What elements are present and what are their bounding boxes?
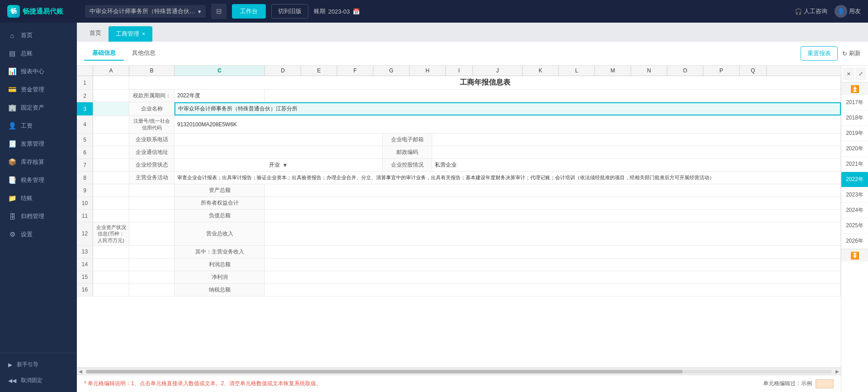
year-item-2024[interactable]: 2024年 [841, 203, 868, 218]
sidebar-item-tax-management[interactable]: 📑 税务管理 [0, 171, 77, 189]
sidebar-item-fixed-assets[interactable]: 🏢 固定资产 [0, 99, 77, 117]
sidebar-item-inventory[interactable]: 📦 库存核算 [0, 153, 77, 171]
cell-2c[interactable]: 2022年度 [175, 90, 265, 102]
year-item-2021[interactable]: 2021年 [841, 157, 868, 172]
cell-10d[interactable] [265, 197, 841, 209]
tab-active[interactable]: 工商管理 × [108, 26, 152, 42]
tab-home[interactable]: 首页 [82, 25, 108, 42]
cell-9b[interactable] [129, 184, 175, 196]
year-scroll-down-double[interactable]: ⏬ [841, 249, 868, 262]
year-item-2023[interactable]: 2023年 [841, 187, 868, 203]
year-scroll-up-double[interactable]: ⏫ [841, 82, 868, 95]
year-item-2017[interactable]: 2017年 [841, 95, 868, 110]
sidebar-item-closing[interactable]: 📁 结账 [0, 189, 77, 207]
cell-2-rest[interactable] [265, 90, 841, 102]
sidebar-item-report-center[interactable]: 📊 报表中心 [0, 62, 77, 81]
sub-tab-other[interactable]: 其他信息 [124, 46, 164, 61]
cell-14d[interactable] [265, 258, 841, 271]
user-menu[interactable]: 👤 用友 [835, 5, 861, 18]
sidebar-item-home[interactable]: ⌂ 首页 [0, 26, 77, 44]
expand-panel-button[interactable]: ⤢ [855, 67, 867, 80]
refresh-button[interactable]: ↻ 刷新 [842, 49, 861, 57]
horizontal-scrollbar[interactable]: ◀ ▶ [77, 368, 841, 375]
cell-14b[interactable] [129, 258, 175, 271]
scroll-right-arrow[interactable]: ▶ [834, 369, 841, 374]
table-row: 4 注册号/统一社会信用代码 91320100MA208E5W6K [77, 116, 841, 134]
sidebar-item-archive[interactable]: 🗄 归档管理 [0, 207, 77, 225]
sidebar-item-general-ledger[interactable]: ▤ 总账 [0, 44, 77, 62]
scroll-track[interactable] [86, 370, 832, 373]
reset-button[interactable]: 重置报表 [801, 46, 838, 61]
workbench-button[interactable]: 工作台 [232, 4, 266, 19]
sidebar-item-unpin[interactable]: ◀◀ 取消固定 [0, 373, 77, 388]
sidebar-item-new-guide[interactable]: ▶ 新手引导 [0, 357, 77, 373]
old-version-button[interactable]: 切到旧版 [271, 4, 308, 19]
cell-3c[interactable]: 中审众环会计师事务所（特殊普通合伙）江苏分所 [175, 102, 841, 115]
cell-15a[interactable] [93, 271, 129, 283]
cell-7a[interactable] [93, 159, 129, 171]
scroll-left-arrow[interactable]: ◀ [77, 369, 84, 374]
cell-9d[interactable] [265, 184, 841, 196]
sidebar-item-fund-management[interactable]: 💳 资金管理 [0, 81, 77, 99]
year-item-2019[interactable]: 2019年 [841, 126, 868, 141]
cell-1a[interactable] [93, 76, 129, 89]
year-item-2022[interactable]: 2022年 [841, 172, 868, 187]
close-panel-button[interactable]: × [843, 67, 854, 80]
cell-8c[interactable]: 审查企业会计报表；出具审计报告；验证企业资本；出具验资报告；办理企业合并、分立、… [175, 172, 841, 184]
cell-15b[interactable] [129, 271, 175, 283]
cell-5k[interactable] [432, 134, 841, 146]
cell-8b: 主营业务活动 [129, 172, 175, 184]
cell-10b[interactable] [129, 197, 175, 209]
calendar-icon[interactable]: 📅 [353, 8, 360, 15]
sidebar-item-payroll[interactable]: 👤 工资 [0, 117, 77, 135]
spreadsheet-body[interactable]: 1 工商年报信息表 2 税款所属期间： 2022年度 3 [77, 76, 841, 368]
year-item-2025[interactable]: 2025年 [841, 218, 868, 234]
sidebar-item-settings[interactable]: ⚙ 设置 [0, 225, 77, 244]
tab-close-icon[interactable]: × [142, 31, 145, 37]
cell-4a[interactable] [93, 116, 129, 133]
company-selector[interactable]: 中审众环会计师事务所（特殊普通合伙… ▾ [85, 5, 206, 18]
col-e: E [301, 66, 337, 76]
cell-6k[interactable] [432, 146, 841, 158]
sidebar-item-invoice-management[interactable]: 🧾 发票管理 [0, 135, 77, 153]
chevron-down-icon: ▾ [198, 8, 201, 15]
col-j: J [473, 66, 523, 76]
cell-11a[interactable] [93, 210, 129, 222]
cell-13b[interactable] [129, 246, 175, 258]
row-num: 8 [77, 172, 93, 184]
copy-button[interactable]: ⊟ [211, 4, 226, 19]
cell-2a[interactable] [93, 90, 129, 102]
cell-5c[interactable] [175, 134, 382, 146]
year-item-2018[interactable]: 2018年 [841, 110, 868, 126]
year-item-2020[interactable]: 2020年 [841, 141, 868, 157]
cell-4b: 注册号/统一社会信用代码 [129, 116, 175, 133]
scroll-thumb [86, 370, 683, 373]
cell-16b[interactable] [129, 284, 175, 296]
cell-13d[interactable] [265, 246, 841, 258]
sub-tab-basic[interactable]: 基础信息 [84, 46, 124, 61]
period-label: 账期 [314, 7, 326, 15]
cell-3a[interactable] [93, 102, 129, 115]
cell-15d[interactable] [265, 271, 841, 283]
cell-16a[interactable] [93, 284, 129, 296]
col-o: O [667, 66, 703, 76]
cell-6a[interactable] [93, 146, 129, 158]
cell-11b[interactable] [129, 210, 175, 222]
cell-6c[interactable] [175, 146, 382, 158]
cell-16d[interactable] [265, 284, 841, 296]
cell-9a[interactable] [93, 184, 129, 196]
cell-10a[interactable] [93, 197, 129, 209]
service-button[interactable]: 🎧 人工咨询 [795, 7, 827, 15]
cell-5a[interactable] [93, 134, 129, 146]
cell-7k[interactable]: 私营企业 [432, 159, 841, 171]
cell-8a[interactable] [93, 172, 129, 184]
cell-12b[interactable] [129, 222, 175, 245]
cell-13a[interactable] [93, 246, 129, 258]
year-item-2026[interactable]: 2026年 [841, 234, 868, 249]
cell-7c[interactable]: 开业▼ [175, 159, 382, 171]
cell-14a[interactable] [93, 258, 129, 271]
col-l: L [559, 66, 595, 76]
cell-12d[interactable] [265, 222, 841, 245]
cell-4c[interactable]: 91320100MA208E5W6K [175, 116, 841, 133]
cell-11d[interactable] [265, 210, 841, 222]
